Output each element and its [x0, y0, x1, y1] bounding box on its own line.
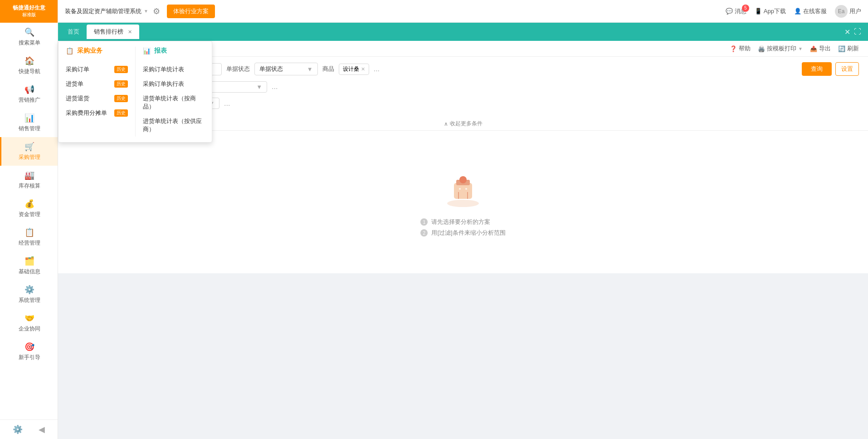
menu-purchase-order-exec[interactable]: 采购订单执行表 — [143, 77, 205, 91]
bill-status-value: 单据状态 — [259, 65, 283, 73]
goods-receipt-label: 进货单 — [66, 80, 83, 88]
sidebar-item-label: 经营管理 — [19, 239, 40, 247]
goods-receipt-history-badge: 历史 — [114, 80, 128, 88]
app-icon: 📱 — [755, 8, 762, 15]
service-icon: 👤 — [794, 8, 801, 15]
dropdown-col-purchase: 📋 采购业务 采购订单 历史 进货单 历史 进货退货 历史 采购费用分摊单 历史 — [59, 47, 136, 137]
sidebar-item-label: 系统管理 — [19, 296, 40, 304]
purchase-menu-title: 采购业务 — [77, 47, 102, 55]
topbar: 装备及固定资产辅助管理系统 ▼ ⚙ 体验行业方案 💬 消息 5 📱 App下载 … — [58, 0, 868, 23]
basic-icon: 🗂️ — [24, 256, 34, 266]
export-btn[interactable]: 📤 导出 — [810, 44, 831, 53]
sidebar-item-label: 搜索菜单 — [19, 39, 40, 47]
enterprise-icon: 🤝 — [24, 313, 34, 323]
menu-receipt-stats-by-goods[interactable]: 进货单统计表（按商品） — [143, 91, 205, 114]
tab-sales-rank-label: 销售排行榜 — [94, 28, 123, 36]
empty-illustration — [440, 167, 486, 212]
dot-1: 1 — [420, 218, 428, 226]
sidebar-item-marketing[interactable]: 📢 营销推广 — [0, 80, 58, 109]
goods-tag-close-icon[interactable]: ✕ — [361, 66, 365, 72]
refresh-btn[interactable]: 🔄 刷新 — [838, 44, 859, 53]
message-btn[interactable]: 💬 消息 5 — [726, 7, 746, 15]
sales-icon: 📊 — [24, 113, 34, 123]
close-all-btn[interactable]: ✕ — [844, 28, 850, 36]
empty-hint-2: 2 用[过滤]条件来缩小分析范围 — [420, 229, 505, 237]
sidebar-item-sales[interactable]: 📊 销售管理 — [0, 109, 58, 137]
query-btn[interactable]: 查询 — [802, 62, 832, 76]
sidebar-item-label: 采购管理 — [19, 153, 40, 161]
inventory-icon: 🏭 — [24, 170, 34, 180]
template-print-btn[interactable]: 🖨️ 按模板打印 ▼ — [758, 44, 803, 53]
user-avatar: Ea — [835, 5, 848, 18]
sidebar-item-basic[interactable]: 🗂️ 基础信息 — [0, 252, 58, 280]
sidebar-item-quicknav[interactable]: 🏠 快捷导航 — [0, 51, 58, 80]
print-icon: 🖨️ — [758, 45, 765, 52]
sidebar-item-system[interactable]: ⚙️ 系统管理 — [0, 280, 58, 309]
purchase-icon: 🛒 — [24, 142, 34, 152]
expand-btn[interactable]: ⛶ — [854, 28, 861, 36]
svg-rect-1 — [454, 183, 472, 199]
system-title: 装备及固定资产辅助管理系统 — [65, 7, 141, 15]
sidebar-item-search[interactable]: 🔍 搜索菜单 — [0, 23, 58, 51]
industry-btn[interactable]: 体验行业方案 — [167, 5, 215, 18]
goods-return-history-badge: 历史 — [114, 95, 128, 102]
system-title-dropdown[interactable]: 装备及固定资产辅助管理系统 ▼ — [65, 7, 148, 15]
menu-receipt-stats-by-supplier[interactable]: 进货单统计表（按供应商） — [143, 114, 205, 137]
export-label: 导出 — [819, 44, 831, 53]
user-menu[interactable]: Ea 用户 — [835, 5, 861, 18]
tab-home[interactable]: 首页 — [60, 25, 87, 39]
svg-point-0 — [447, 200, 479, 207]
sidebar-item-label: 营销推广 — [19, 96, 40, 104]
sidebar-item-purchase[interactable]: 🛒 采购管理 — [0, 137, 58, 166]
topbar-right: 💬 消息 5 📱 App下载 👤 在线客服 Ea 用户 — [726, 5, 861, 18]
sidebar-item-operation[interactable]: 📋 经营管理 — [0, 223, 58, 252]
message-badge: 5 — [742, 5, 749, 12]
goods-label: 商品 — [322, 65, 334, 73]
sidebar-item-enterprise[interactable]: 🤝 企业协同 — [0, 309, 58, 337]
app-download-btn[interactable]: 📱 App下载 — [755, 7, 786, 15]
topbar-settings-icon[interactable]: ⚙ — [153, 6, 160, 16]
sidebar-item-newbie[interactable]: 🎯 新手引导 — [0, 337, 58, 366]
tabbar-actions: ✕ ⛶ — [844, 28, 866, 36]
svg-point-3 — [459, 176, 467, 183]
tab-close-icon[interactable]: ✕ — [128, 29, 132, 35]
bill-status-select[interactable]: 单据状态 ▼ — [254, 63, 318, 75]
empty-text-container: 1 请先选择要分析的方案 2 用[过滤]条件来缩小分析范围 — [420, 218, 505, 237]
sidebar-item-label: 快捷导航 — [19, 68, 40, 75]
marketing-icon: 📢 — [24, 84, 34, 94]
help-btn[interactable]: ❓ 帮助 — [730, 44, 751, 53]
search-icon: 🔍 — [24, 27, 34, 37]
refresh-label: 刷新 — [847, 44, 859, 53]
menu-purchase-order[interactable]: 采购订单 历史 — [66, 62, 128, 77]
system-icon: ⚙️ — [24, 285, 34, 295]
tab-sales-rank[interactable]: 销售排行榜 ✕ — [87, 25, 139, 39]
goods-tag-value: 设计桑 — [343, 65, 359, 73]
hint1-text: 请先选择要分析的方案 — [431, 218, 490, 226]
sidebar-logo: 畅捷通好生意 标准版 — [0, 0, 58, 23]
settings-btn[interactable]: 设置 — [835, 62, 859, 76]
online-service-btn[interactable]: 👤 在线客服 — [794, 7, 827, 15]
customer-dots[interactable]: ... — [224, 99, 230, 108]
menu-goods-return[interactable]: 进货退货 历史 — [66, 91, 128, 106]
dropdown-arrow-icon: ▼ — [144, 9, 148, 14]
newbie-icon: 🎯 — [24, 342, 34, 352]
sidebar-item-finance[interactable]: 💰 资金管理 — [0, 194, 58, 223]
footer-settings-icon[interactable]: ⚙️ — [13, 424, 23, 434]
finance-icon: 💰 — [24, 199, 34, 209]
purchase-cost-label: 采购费用分摊单 — [66, 109, 107, 117]
menu-purchase-cost[interactable]: 采购费用分摊单 历史 — [66, 106, 128, 120]
footer-collapse-icon[interactable]: ◀ — [39, 424, 45, 434]
menu-goods-receipt[interactable]: 进货单 历史 — [66, 77, 128, 91]
bill-status-label: 单据状态 — [226, 65, 250, 73]
salesperson-dots[interactable]: ... — [272, 83, 278, 91]
goods-dots[interactable]: ... — [374, 65, 380, 73]
message-icon: 💬 — [726, 8, 733, 15]
menu-purchase-order-stats[interactable]: 采购订单统计表 — [143, 62, 205, 77]
sidebar-footer: ⚙️ ◀ — [0, 419, 58, 439]
operation-icon: 📋 — [24, 227, 34, 237]
purchase-order-history-badge: 历史 — [114, 66, 128, 73]
dropdown-col-report: 📊 报表 采购订单统计表 采购订单执行表 进货单统计表（按商品） 进货单统计表（… — [136, 47, 212, 137]
hint2-text: 用[过滤]条件来缩小分析范围 — [431, 229, 505, 237]
logo-sub: 标准版 — [22, 12, 36, 18]
sidebar-item-inventory[interactable]: 🏭 库存核算 — [0, 166, 58, 194]
